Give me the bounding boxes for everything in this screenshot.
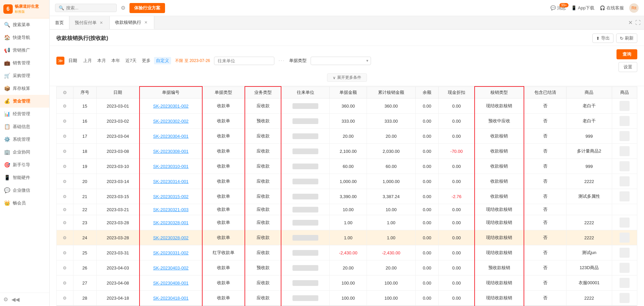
messages-btn[interactable]: 💬 消息 99+ [550,5,566,11]
solution-button[interactable]: 体验行业方案 [129,3,165,13]
row-settings[interactable]: ⚙ [57,174,73,189]
row-balance: 0.00 [416,114,439,129]
order-no-link[interactable]: SK-20230418-001 [153,296,189,301]
row-settings[interactable]: ⚙ [57,230,73,245]
sidebar-item-hardware[interactable]: 📱 智能硬件 [0,171,49,184]
order-no-link[interactable]: SK-20230308-001 [153,149,189,154]
row-settings[interactable]: ⚙ [57,144,73,159]
sidebar-item-operation[interactable]: 📊 经营管理 [0,108,49,120]
row-product2 [612,129,637,144]
this-month-btn[interactable]: 本月 [95,57,108,64]
sidebar-item-basic[interactable]: 📋 基础信息 [0,120,49,133]
sidebar-item-guide[interactable]: 🎯 新手引导 [0,159,49,171]
order-no-link[interactable]: SK-20230321-003 [153,207,189,212]
sidebar-item-sales[interactable]: 💼 销售管理 [0,57,49,69]
last7-btn[interactable]: 近7天 [123,57,139,64]
row-settings[interactable]: ⚙ [57,114,73,129]
tab-prepay[interactable]: 预付应付单 ✕ [69,16,110,29]
sidebar-item-search[interactable]: 🔍 搜索菜单 [0,18,49,31]
row-cancel-amount: 360.00 [367,99,416,114]
row-date: 2023-03-08 [96,144,140,159]
expand-more-button[interactable]: ∨ 展开更多条件 [327,73,367,82]
topbar-search-box[interactable]: 🔍 [55,4,117,12]
order-no-link[interactable]: SK-20230314-001 [153,179,189,184]
col-settings-header[interactable]: ⚙ [57,86,73,99]
more-btn[interactable]: 更多 [140,57,153,64]
order-no-link[interactable]: SK-20230315-002 [153,194,189,199]
topbar-gear-icon[interactable]: ⚙ [121,5,125,11]
row-seq: 25 [73,245,96,260]
row-biz-type: 应收款 [245,215,281,230]
tab-close-all-icon[interactable]: ✕ [628,19,633,26]
order-no-link[interactable]: SK-20230301-002 [153,104,189,109]
chevron-down-icon: ∨ [333,75,336,80]
order-no-link[interactable]: SK-20230403-002 [153,265,189,270]
search-input[interactable] [66,5,113,10]
filter-row-main: ≫ 日期 上月 本月 本年 近7天 更多 自定义 不限 至 2023-07-26… [56,49,637,72]
row-cancel-type: 现结收款核销 [475,230,524,245]
query-button[interactable]: 查询 [616,49,637,59]
filter-collapse-button[interactable]: ≫ [56,57,64,65]
row-date: 2023-04-18 [96,291,140,306]
message-icon: 💬 [550,5,556,10]
row-settings[interactable]: ⚙ [57,260,73,276]
row-settings[interactable]: ⚙ [57,276,73,291]
this-year-btn[interactable]: 本年 [109,57,122,64]
sidebar: 6 畅康道好生意 标推版 🔍 搜索菜单 🏠 快捷导航 📢 营销推广 💼 销售管理… [0,0,50,306]
refresh-button[interactable]: ↻ 刷新 [616,34,637,43]
sidebar-item-member[interactable]: 👑 畅会员 [0,197,49,209]
order-no-link[interactable]: SK-20230408-001 [153,281,189,286]
partner-input[interactable] [214,57,274,65]
row-settings[interactable]: ⚙ [57,189,73,204]
row-settings[interactable]: ⚙ [57,215,73,230]
row-amount: 20.00 [329,129,367,144]
order-no-link[interactable]: SK-20230328-002 [153,235,189,240]
row-cash-discount: 0.00 [438,291,475,306]
last-month-btn[interactable]: 上月 [81,57,94,64]
sidebar-item-inventory[interactable]: 📦 库存核算 [0,82,49,95]
tab-collection-close[interactable]: ✕ [143,20,149,25]
collapse-icon[interactable]: ◀◀ [11,296,19,303]
row-settings[interactable]: ⚙ [57,291,73,306]
row-seq: 23 [73,215,96,230]
order-no-link[interactable]: SK-20230304-001 [153,134,189,139]
tab-prepay-close[interactable]: ✕ [99,20,104,25]
settings-bottom-icon[interactable]: ⚙ [3,296,8,303]
row-cash-discount: 0.00 [438,276,475,291]
tab-collection[interactable]: 收款核销执行 ✕ [110,16,154,29]
row-bill-type: 收款单 [202,159,245,174]
tab-expand-icon[interactable]: ⛶ [635,20,641,26]
row-settings[interactable]: ⚙ [57,204,73,215]
row-cancel-amount: 20.00 [367,260,416,276]
order-no-link[interactable]: SK-20230302-002 [153,119,189,124]
bill-type-select[interactable] [311,57,371,65]
main-panel: 🔍 ⚙ 体验行业方案 💬 消息 99+ 📱 App下载 🎧 在线客服 Rit [50,0,644,306]
user-avatar[interactable]: Rit [629,3,639,13]
order-no-link[interactable]: SK-20230328-001 [153,220,189,225]
sidebar-item-finance[interactable]: 💰 资金管理 [0,95,49,108]
row-include-settled: 否 [524,114,567,129]
sidebar-item-purchase[interactable]: 🛒 采购管理 [0,69,49,82]
app-download-link[interactable]: 📱 App下载 [571,5,594,11]
order-no-link[interactable]: SK-20230310-001 [153,164,189,169]
row-include-settled: 否 [524,159,567,174]
row-settings[interactable]: ⚙ [57,159,73,174]
filter-setting-button[interactable]: 设置 [619,62,637,72]
row-settings[interactable]: ⚙ [57,129,73,144]
row-cancel-amount: 60.00 [367,159,416,174]
sidebar-item-quick[interactable]: 🏠 快捷导航 [0,31,49,44]
export-button[interactable]: ⬆ 导出 [592,34,613,43]
order-no-link[interactable]: SK-20230331-002 [153,250,189,255]
filter-bar: ≫ 日期 上月 本月 本年 近7天 更多 自定义 不限 至 2023-07-26… [50,46,644,86]
row-settings[interactable]: ⚙ [57,99,73,114]
sidebar-item-system[interactable]: ⚙️ 系统管理 [0,133,49,146]
sidebar-item-wechat[interactable]: 💬 企业微信 [0,184,49,197]
row-bill-type: 收款单 [202,204,245,215]
sidebar-item-marketing[interactable]: 📢 营销推广 [0,44,49,57]
tab-home[interactable]: 首页 [50,16,69,29]
online-service-link[interactable]: 🎧 在线客服 [600,5,624,11]
row-balance: 0.00 [416,144,439,159]
custom-btn[interactable]: 自定义 [154,57,171,64]
row-settings[interactable]: ⚙ [57,245,73,260]
sidebar-item-enterprise[interactable]: 🏢 企业协同 [0,146,49,159]
